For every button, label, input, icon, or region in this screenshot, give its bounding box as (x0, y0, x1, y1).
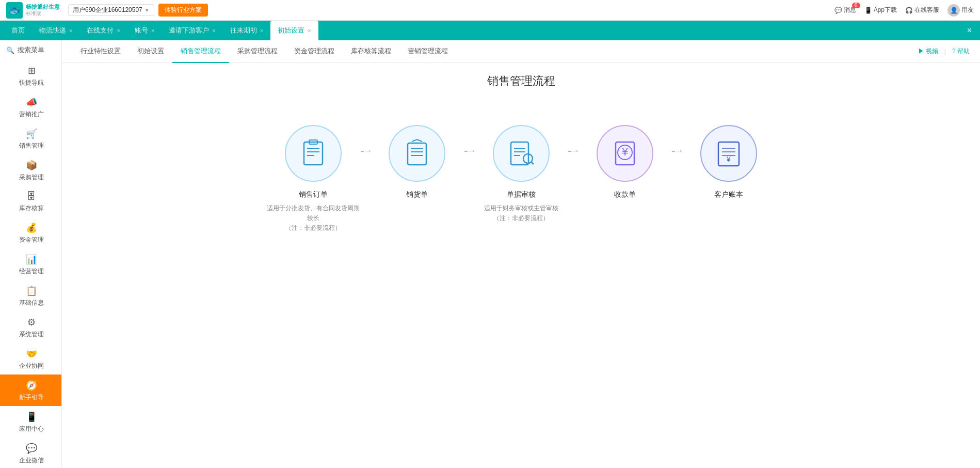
flow-step-sales-invoice[interactable]: 销货单 (371, 125, 463, 204)
page-title: 销售管理流程 (72, 73, 970, 89)
operations-icon: 📊 (26, 254, 37, 265)
flow-step-doc-review[interactable]: 单据审核 适用于财务审核或主管审核 （注：非必要流程） (475, 125, 568, 223)
doc-review-icon (506, 138, 537, 169)
tab-payment[interactable]: 在线支付 × (79, 21, 127, 40)
page-body: 销售管理流程 销售订单 适用于分批发货、有合同 (62, 63, 980, 468)
sidebar-item-capital-mgmt[interactable]: 💰 资金管理 (0, 217, 61, 248)
sidebar-item-app-center[interactable]: 📱 应用中心 (0, 406, 61, 438)
flow-circle-doc-review (493, 125, 550, 182)
video-action[interactable]: ▶ 视频 (918, 47, 938, 56)
sub-tab-inventory-flow[interactable]: 库存核算流程 (343, 40, 399, 63)
main-layout: 🔍 搜索菜单 ⊞ 快捷导航 📣 营销推广 🛒 销售管理 📦 采购管理 🗄 库存核… (0, 40, 980, 468)
search-menu-button[interactable]: 🔍 搜索菜单 (0, 40, 61, 60)
app-center-icon: 📱 (26, 411, 37, 423)
help-action[interactable]: ? 帮助 (952, 47, 970, 56)
flow-step-receipt[interactable]: ¥ 收款单 (579, 125, 671, 204)
doc-review-note: （注：非必要流程） (493, 213, 549, 223)
sub-tab-actions: ▶ 视频 | ? 帮助 (918, 47, 970, 56)
flow-arrow-1: ···→ (360, 125, 371, 157)
sidebar-item-basic-info[interactable]: 📋 基础信息 (0, 280, 61, 311)
close-payment-tab[interactable]: × (117, 27, 120, 34)
flow-arrow-3: ···→ (568, 125, 579, 157)
sales-order-desc: 适用于分批发货、有合同发货周期较长 (267, 204, 360, 223)
quick-nav-icon: ⊞ (28, 65, 36, 76)
marketing-icon: 📣 (26, 97, 37, 108)
header-right: 💬 消息 6 📱 App下载 🎧 在线客服 👤 用友 (834, 4, 974, 17)
sales-icon: 🛒 (26, 128, 37, 139)
sidebar-item-new-guide[interactable]: 🧭 新手引导 (0, 375, 61, 406)
sub-tab-init-settings[interactable]: 初始设置 (129, 40, 172, 63)
flow-step-customer-account[interactable]: ¥ 客户账本 (682, 125, 775, 204)
sidebar-item-purchase-mgmt[interactable]: 📦 采购管理 (0, 154, 61, 186)
sales-invoice-icon (401, 138, 432, 169)
message-button[interactable]: 💬 消息 6 (834, 6, 856, 14)
tab-period[interactable]: 往来期初 × (223, 21, 270, 40)
tab-home[interactable]: 首页 (4, 21, 32, 40)
close-account-tab[interactable]: × (151, 27, 154, 34)
close-all-tabs[interactable]: × (963, 26, 976, 35)
tab-init[interactable]: 初始设置 × (270, 21, 318, 40)
sidebar-item-operations-mgmt[interactable]: 📊 经营管理 (0, 248, 61, 280)
sidebar-item-enterprise-collab[interactable]: 🤝 企业协同 (0, 343, 61, 375)
receipt-name: 收款单 (614, 190, 636, 199)
sub-tab-marketing-flow[interactable]: 营销管理流程 (399, 40, 456, 63)
customer-account-name: 客户账本 (714, 190, 743, 199)
online-service-button[interactable]: 🎧 在线客服 (905, 6, 939, 14)
doc-review-name: 单据审核 (507, 190, 536, 199)
avatar-image: 👤 (947, 4, 960, 17)
flow-step-sales-order[interactable]: 销售订单 适用于分批发货、有合同发货周期较长 （注：非必要流程） (267, 125, 360, 233)
svg-rect-0 (304, 142, 323, 165)
sidebar-item-marketing-promo[interactable]: 📣 营销推广 (0, 91, 61, 123)
sidebar: 🔍 搜索菜单 ⊞ 快捷导航 📣 营销推广 🛒 销售管理 📦 采购管理 🗄 库存核… (0, 40, 62, 468)
flow-circle-customer-account: ¥ (700, 125, 757, 182)
sidebar-item-system-mgmt[interactable]: ⚙ 系统管理 (0, 311, 61, 343)
header-left: 🐟 畅捷通好生意 标准版 用户690企业1660120507 ▼ 体验行业方案 (6, 2, 208, 19)
sub-tabs: 行业特性设置 初始设置 销售管理流程 采购管理流程 资金管理流程 库存核算流程 … (62, 40, 980, 63)
flow-circle-sales-invoice (389, 125, 445, 182)
help-icon: ? (952, 48, 956, 55)
close-logistics-tab[interactable]: × (69, 27, 72, 34)
user-selector[interactable]: 用户690企业1660120507 ▼ (68, 4, 154, 16)
svg-text:¥: ¥ (621, 145, 628, 158)
nav-tabs: 首页 物流快递 × 在线支付 × 账号 × 邀请下游客户 × 往来期初 × 初始… (0, 21, 980, 40)
app-download-button[interactable]: 📱 App下载 (864, 6, 897, 14)
app-name: 畅捷通好生意 (26, 4, 60, 10)
guide-icon: 🧭 (26, 380, 37, 391)
app-edition: 标准版 (26, 10, 60, 17)
sub-tab-capital-flow[interactable]: 资金管理流程 (286, 40, 343, 63)
collab-icon: 🤝 (26, 348, 37, 360)
dropdown-arrow-icon: ▼ (144, 7, 150, 13)
sidebar-item-inventory[interactable]: 🗄 库存核算 (0, 186, 61, 217)
flow-arrow-4: ···→ (671, 125, 682, 157)
system-icon: ⚙ (27, 317, 36, 328)
svg-line-14 (531, 162, 534, 164)
svg-rect-9 (511, 142, 528, 165)
tab-logistics[interactable]: 物流快递 × (32, 21, 79, 40)
basic-icon: 📋 (26, 285, 37, 297)
wechat-icon: 💬 (26, 443, 37, 454)
close-init-tab[interactable]: × (308, 27, 311, 34)
tab-invite[interactable]: 邀请下游客户 × (162, 21, 222, 40)
capital-icon: 💰 (26, 222, 37, 233)
tab-account[interactable]: 账号 × (127, 21, 162, 40)
close-period-tab[interactable]: × (260, 27, 263, 34)
sidebar-item-sales-mgmt[interactable]: 🛒 销售管理 (0, 123, 61, 154)
flow-diagram: 销售订单 适用于分批发货、有合同发货周期较长 （注：非必要流程） ···→ (72, 115, 970, 244)
message-icon: 💬 (834, 7, 842, 14)
flow-circle-receipt: ¥ (597, 125, 653, 182)
sub-tab-purchase-flow[interactable]: 采购管理流程 (229, 40, 286, 63)
close-invite-tab[interactable]: × (212, 27, 215, 34)
service-icon: 🎧 (905, 7, 913, 14)
customer-account-icon: ¥ (713, 138, 744, 169)
sales-order-note: （注：非必要流程） (285, 223, 341, 233)
sales-order-icon (298, 138, 329, 169)
sub-tab-industry[interactable]: 行业特性设置 (72, 40, 129, 63)
sidebar-item-enterprise-wechat[interactable]: 💬 企业微信 (0, 438, 61, 468)
flow-arrow-2: ···→ (463, 125, 474, 157)
sub-tab-sales-flow[interactable]: 销售管理流程 (172, 40, 229, 63)
sidebar-item-quick-nav[interactable]: ⊞ 快捷导航 (0, 60, 61, 91)
svg-rect-5 (408, 143, 426, 165)
experience-button[interactable]: 体验行业方案 (158, 4, 208, 17)
sales-order-name: 销售订单 (299, 190, 328, 199)
user-avatar[interactable]: 👤 用友 (947, 4, 974, 17)
